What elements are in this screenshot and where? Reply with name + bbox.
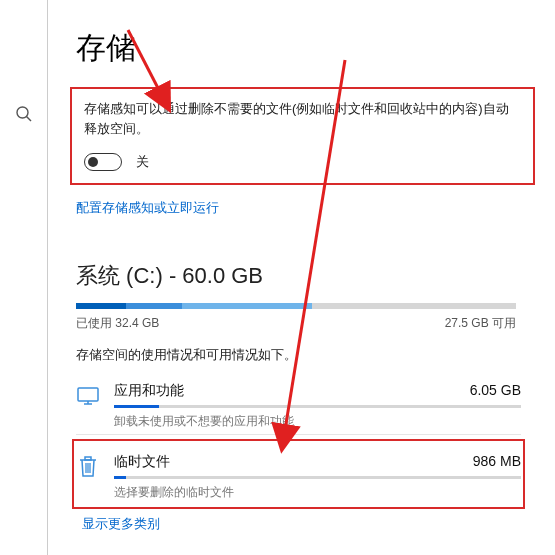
drive-usage-labels: 已使用 32.4 GB 27.5 GB 可用	[76, 315, 516, 332]
category-bar	[114, 405, 521, 408]
category-label: 应用和功能	[114, 382, 184, 400]
show-more-categories-link[interactable]: 显示更多类别	[82, 515, 160, 533]
category-bar	[114, 476, 521, 479]
main-panel: 存储 存储感知可以通过删除不需要的文件(例如临时文件和回收站中的内容)自动释放空…	[70, 0, 535, 533]
system-drive-heading: 系统 (C:) - 60.0 GB	[76, 261, 535, 291]
storage-sense-box: 存储感知可以通过删除不需要的文件(例如临时文件和回收站中的内容)自动释放空间。 …	[70, 87, 535, 185]
storage-sense-description: 存储感知可以通过删除不需要的文件(例如临时文件和回收站中的内容)自动释放空间。	[84, 99, 521, 139]
category-apps[interactable]: 应用和功能 6.05 GB 卸载未使用或不想要的应用和功能	[76, 372, 521, 435]
category-temp-files[interactable]: 临时文件 986 MB 选择要删除的临时文件	[76, 443, 521, 505]
drive-usage-bar	[76, 303, 516, 309]
svg-line-1	[27, 117, 32, 122]
storage-sense-toggle-row: 关	[84, 153, 521, 171]
trash-icon	[76, 455, 100, 479]
svg-rect-6	[85, 457, 91, 460]
svg-point-0	[17, 107, 28, 118]
toggle-state-label: 关	[136, 153, 149, 171]
category-subtext: 选择要删除的临时文件	[114, 484, 521, 501]
storage-sense-toggle[interactable]	[84, 153, 122, 171]
category-label: 临时文件	[114, 453, 170, 471]
free-label: 27.5 GB 可用	[445, 315, 516, 332]
left-sidebar	[0, 0, 48, 555]
category-size: 986 MB	[473, 453, 521, 471]
svg-rect-2	[78, 388, 98, 401]
usage-description: 存储空间的使用情况和可用情况如下。	[76, 346, 535, 364]
used-label: 已使用 32.4 GB	[76, 315, 159, 332]
toggle-knob	[88, 157, 98, 167]
apps-icon	[76, 384, 100, 408]
configure-storage-sense-link[interactable]: 配置存储感知或立即运行	[76, 199, 219, 217]
category-size: 6.05 GB	[470, 382, 521, 400]
category-subtext: 卸载未使用或不想要的应用和功能	[114, 413, 521, 430]
system-drive-section: 系统 (C:) - 60.0 GB 已使用 32.4 GB 27.5 GB 可用…	[76, 261, 535, 533]
page-title: 存储	[76, 28, 535, 69]
search-icon[interactable]	[10, 100, 38, 128]
